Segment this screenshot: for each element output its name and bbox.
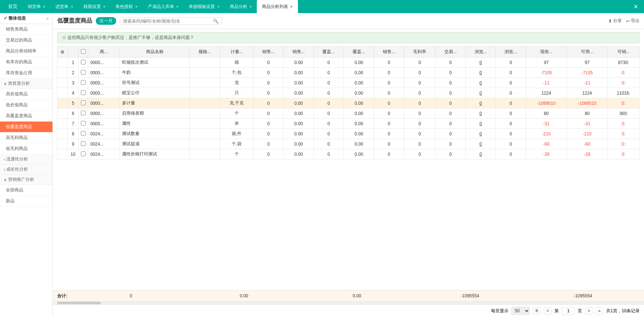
row-cover2: 0.00	[344, 78, 374, 88]
search-box: 🔍	[120, 17, 222, 25]
sidebar-item-high-coverage[interactable]: 高覆盖度商品	[0, 111, 52, 122]
row-cover2: 0.00	[344, 108, 374, 119]
row-settings	[58, 139, 68, 149]
row-browse1[interactable]: 0	[466, 149, 496, 159]
sidebar-group-cluster[interactable]: ∨ 类群度分析	[0, 79, 52, 89]
row-gross: 0	[404, 88, 435, 98]
close-roles-tab[interactable]: ×	[135, 4, 137, 9]
row-check[interactable]	[79, 68, 88, 78]
row-check[interactable]	[79, 149, 88, 159]
sidebar-group-circulation[interactable]: › 流通性分析	[0, 154, 52, 165]
sidebar-group-marketing[interactable]: ∨ 营销推广分析	[0, 175, 52, 185]
row-browse1[interactable]: 0	[466, 129, 496, 139]
row-avail: -28	[567, 149, 608, 159]
export-button[interactable]: ↩ 导出	[626, 18, 640, 24]
row-spec	[190, 68, 220, 78]
row-browse1[interactable]: 0	[466, 68, 496, 78]
close-template-tab[interactable]: ×	[217, 4, 219, 9]
search-input[interactable]	[123, 19, 212, 24]
row-check[interactable]	[79, 119, 88, 129]
row-check[interactable]	[79, 78, 88, 88]
row-cover2: 0.00	[344, 119, 374, 129]
time-filter-btn[interactable]: 近一月	[96, 17, 116, 25]
row-settings	[58, 108, 68, 119]
sidebar-item-capital[interactable]: 库存资金占用	[0, 68, 52, 79]
row-browse2: 0	[496, 108, 526, 119]
sidebar-item-high-value[interactable]: 高价值商品	[0, 89, 52, 100]
sidebar-item-high-gross[interactable]: 高毛利商品	[0, 132, 52, 143]
horizontal-scrollbar[interactable]	[53, 301, 644, 304]
row-name: 测试提成	[120, 139, 190, 149]
row-avail: -210	[567, 129, 608, 139]
footer-label: 合计:	[57, 293, 67, 299]
row-check[interactable]	[79, 139, 88, 149]
row-sales-qty: 0	[254, 119, 284, 129]
first-page-btn[interactable]: K	[533, 307, 541, 314]
sidebar-item-low-value[interactable]: 低价值商品	[0, 100, 52, 111]
sidebar-collapse-btn[interactable]: «	[46, 16, 49, 21]
last-page-btn[interactable]: »	[596, 307, 603, 314]
row-current: -60	[526, 139, 567, 149]
row-cover2: 0.00	[344, 98, 374, 108]
nav-analysis[interactable]: 商品分析 ×	[225, 0, 257, 13]
nav-purchase[interactable]: 进货单 ×	[50, 0, 78, 13]
close-purchase-tab[interactable]: ×	[71, 4, 73, 9]
sidebar-item-all-goods[interactable]: 全部商品	[0, 185, 52, 196]
sidebar-item-low-gross[interactable]: 低毛利商品	[0, 143, 52, 154]
nav-permissions[interactable]: 权限设置 ×	[78, 0, 110, 13]
row-sales3: 0	[374, 149, 404, 159]
sidebar-group-growth[interactable]: › 成长性分析	[0, 165, 52, 175]
select-all-checkbox[interactable]	[81, 49, 86, 54]
row-browse1[interactable]: 0	[466, 98, 496, 108]
nav-template[interactable]: 单据模板设置 ×	[184, 0, 224, 13]
row-browse1[interactable]: 0	[466, 108, 496, 119]
share-button[interactable]: ⬆ 分享	[608, 18, 622, 24]
nav-home[interactable]: 首页	[3, 0, 23, 13]
nav-sales[interactable]: 销货单 ×	[23, 0, 50, 13]
row-check[interactable]	[79, 108, 88, 119]
next-page-btn[interactable]: >	[585, 307, 593, 314]
table-header-row: ⚙ 商... 商品名称 规格... 计量... 销售... 销售... 覆盖..…	[58, 47, 640, 58]
nav-roles[interactable]: 角色授权 ×	[110, 0, 142, 13]
sidebar-item-low-coverage[interactable]: 低覆盖度商品	[0, 122, 52, 132]
row-settings	[58, 149, 68, 159]
row-browse1[interactable]: 0	[466, 119, 496, 129]
row-trade: 0	[436, 78, 466, 88]
row-browse1[interactable]: 0	[466, 58, 496, 68]
sidebar-item-sales-goods[interactable]: 销售类商品	[0, 24, 52, 35]
window-close-button[interactable]: ✕	[631, 3, 641, 10]
row-unit: 米	[220, 119, 254, 129]
close-production-tab[interactable]: ×	[176, 4, 178, 9]
row-cover1: 0	[314, 88, 344, 98]
col-salable: 可销...	[608, 47, 640, 58]
search-icon[interactable]: 🔍	[213, 19, 219, 24]
row-check[interactable]	[79, 129, 88, 139]
sidebar-item-category-rate[interactable]: 商品分类动销率	[0, 46, 52, 57]
row-check[interactable]	[79, 88, 88, 98]
top-navigation: 首页 销货单 × 进货单 × 权限设置 × 角色授权 × 产成品入库单 × 单据…	[0, 0, 644, 13]
nav-production[interactable]: 产成品入库单 ×	[143, 0, 184, 13]
row-spec	[190, 78, 220, 88]
row-browse1[interactable]: 0	[466, 78, 496, 88]
close-analysis-list-tab[interactable]: ×	[290, 4, 292, 9]
sidebar-item-traded-goods[interactable]: 交易过的商品	[0, 35, 52, 46]
sidebar-item-stock-goods[interactable]: 有库存的商品	[0, 57, 52, 68]
row-browse1[interactable]: 0	[466, 88, 496, 98]
row-browse1[interactable]: 0	[466, 139, 496, 149]
row-check[interactable]	[79, 98, 88, 108]
close-sales-tab[interactable]: ×	[43, 4, 45, 9]
row-spec	[190, 119, 220, 129]
row-num: 1	[68, 58, 79, 68]
page-size-select[interactable]: 50 20 100 200	[511, 307, 530, 315]
data-table: ⚙ 商... 商品名称 规格... 计量... 销售... 销售... 覆盖..…	[57, 46, 640, 159]
row-check[interactable]	[79, 58, 88, 68]
row-sales-qty: 0	[254, 68, 284, 78]
col-check[interactable]	[79, 47, 88, 58]
page-input[interactable]	[562, 307, 575, 314]
col-settings[interactable]: ⚙	[58, 47, 68, 58]
prev-page-btn[interactable]: <	[544, 307, 551, 314]
sidebar-item-new-goods[interactable]: 新品	[0, 196, 52, 207]
close-permissions-tab[interactable]: ×	[103, 4, 105, 9]
nav-analysis-list[interactable]: 商品分析列表 ×	[257, 0, 298, 13]
close-analysis-tab[interactable]: ×	[250, 4, 252, 9]
